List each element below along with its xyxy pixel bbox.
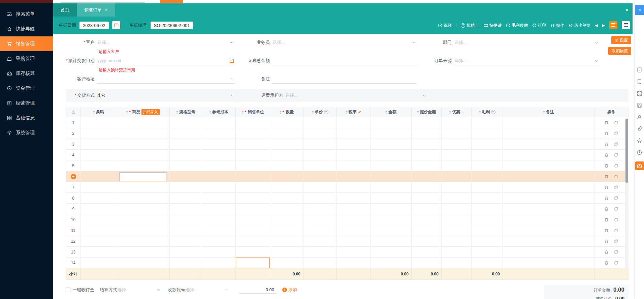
qty-header[interactable]: * 数量	[270, 107, 303, 117]
remark-cell[interactable]	[503, 139, 594, 149]
product-cell[interactable]	[116, 258, 170, 268]
clock-icon[interactable]	[637, 150, 642, 155]
copy-row-icon[interactable]	[614, 185, 618, 189]
table-row[interactable]: 13 +	[66, 247, 629, 258]
product-cell[interactable]	[116, 150, 170, 160]
barcode-cell[interactable]	[81, 139, 116, 149]
remark-cell[interactable]	[503, 247, 594, 257]
remark-header[interactable]: 备注	[503, 107, 594, 117]
price-cell[interactable]	[303, 193, 337, 203]
amount-cell[interactable]	[371, 214, 412, 225]
discount-cell[interactable]	[442, 247, 472, 257]
scrollbar-thumb[interactable]	[625, 119, 628, 183]
deposit-amount-input[interactable]: 0.00	[239, 286, 276, 294]
copy-row-icon[interactable]	[614, 228, 618, 233]
remark-cell[interactable]	[503, 214, 594, 225]
sales-unit-cell[interactable]	[236, 214, 270, 225]
help-button[interactable]: ? 帮助	[461, 23, 475, 28]
nav-back-icon[interactable]: ◀	[595, 23, 598, 28]
spec-cell[interactable]	[170, 171, 202, 182]
price-cell[interactable]	[303, 150, 337, 160]
barcode-cell[interactable]	[81, 247, 116, 257]
help-icon[interactable]: ?	[324, 110, 328, 114]
profit-cell[interactable]	[472, 139, 503, 149]
spec-cell[interactable]	[170, 139, 202, 149]
price-cell[interactable]	[303, 247, 337, 257]
sidebar-item-sales[interactable]: 销售管理	[0, 36, 53, 51]
table-row[interactable]: 7 +	[66, 182, 629, 193]
barcode-cell[interactable]	[81, 128, 116, 139]
tax-rate-cell[interactable]	[337, 214, 371, 225]
table-row[interactable]: 2 +	[66, 128, 629, 139]
settlement-select[interactable]: 选择...	[117, 286, 161, 294]
sort-icons[interactable]	[385, 111, 387, 114]
qty-cell[interactable]	[270, 160, 303, 171]
amount-cell[interactable]	[371, 258, 412, 268]
product-cell[interactable]	[116, 117, 170, 128]
remark-cell[interactable]	[503, 225, 594, 236]
sales-unit-cell[interactable]	[236, 128, 270, 139]
sales-unit-cell[interactable]	[236, 236, 270, 246]
copy-row-icon[interactable]	[614, 142, 618, 146]
discount-cell[interactable]	[442, 193, 472, 203]
delete-row-icon[interactable]	[604, 217, 609, 222]
cutoff-button-fragment[interactable]	[160, 0, 183, 3]
qty-cell[interactable]	[270, 204, 303, 214]
detail-view-toggle[interactable]	[622, 21, 630, 29]
spec-cell[interactable]	[170, 214, 202, 225]
amount-cell[interactable]	[371, 204, 412, 214]
tax-rate-cell[interactable]	[337, 236, 371, 246]
sidebar-item-basic-info[interactable]: 基础信息	[0, 111, 53, 125]
tax-rate-cell[interactable]	[337, 139, 371, 149]
ref-cost-cell[interactable]	[202, 193, 236, 203]
qty-cell[interactable]	[270, 171, 303, 182]
sidebar-item-quick-nav[interactable]: 快捷导航	[0, 22, 53, 36]
sidebar-item-business[interactable]: 经营管理	[0, 96, 53, 111]
tax-rate-cell[interactable]	[337, 258, 371, 268]
scan-entry-button[interactable]: 扫码录入	[141, 109, 160, 115]
quote-amount-cell[interactable]	[412, 204, 442, 214]
history-docs-button[interactable]: 历史单据	[569, 23, 590, 28]
quote-amount-cell[interactable]	[412, 193, 442, 203]
product-cell[interactable]	[116, 193, 170, 203]
add-row-icon[interactable]: +	[71, 174, 76, 179]
sidebar-item-system[interactable]: 系统管理	[0, 125, 53, 140]
calculator-icon[interactable]	[637, 102, 642, 108]
sales-unit-cell[interactable]	[236, 160, 270, 171]
product-cell[interactable]	[116, 236, 170, 246]
copy-row-icon[interactable]	[614, 163, 618, 168]
sales-unit-cell[interactable]	[236, 182, 270, 192]
ref-cost-cell[interactable]	[202, 139, 236, 149]
table-scrollbar[interactable]	[625, 118, 629, 269]
ref-cost-cell[interactable]	[202, 150, 236, 160]
freight-bearer-select[interactable]: 选择...	[285, 92, 430, 98]
profit-estimate-button[interactable]: 毛利预估	[506, 23, 528, 28]
product-cell[interactable]	[116, 204, 170, 214]
sidebar-item-purchase[interactable]: 采购管理	[0, 51, 53, 66]
customer-icon[interactable]	[637, 114, 642, 120]
copy-row-icon[interactable]	[614, 153, 618, 157]
copy-row-icon[interactable]	[614, 261, 618, 265]
star-icon[interactable]	[637, 138, 642, 144]
profit-cell[interactable]	[472, 182, 503, 192]
remark-input[interactable]	[272, 74, 417, 84]
ref-cost-cell[interactable]	[202, 160, 236, 171]
table-row[interactable]: 12 +	[66, 236, 629, 247]
tab-close-icon[interactable]: ×	[105, 7, 108, 12]
copy-row-icon[interactable]	[614, 217, 618, 222]
profit-header[interactable]: 毛利 ?	[472, 107, 503, 117]
chevron-down-icon[interactable]	[157, 288, 160, 291]
sales-unit-cell[interactable]	[236, 150, 270, 160]
profit-cell[interactable]	[472, 214, 503, 225]
quote-amount-cell[interactable]	[412, 160, 442, 171]
profit-cell[interactable]	[472, 150, 503, 160]
quote-amount-cell[interactable]	[412, 150, 442, 160]
remark-cell[interactable]	[503, 171, 594, 182]
copy-row-icon[interactable]	[614, 239, 618, 243]
tax-rate-cell[interactable]	[337, 150, 371, 160]
delete-row-icon[interactable]	[604, 207, 609, 211]
qty-cell[interactable]	[270, 247, 303, 257]
amount-cell[interactable]	[371, 193, 412, 203]
chevron-down-icon[interactable]	[231, 93, 234, 97]
barcode-cell[interactable]	[81, 204, 116, 214]
